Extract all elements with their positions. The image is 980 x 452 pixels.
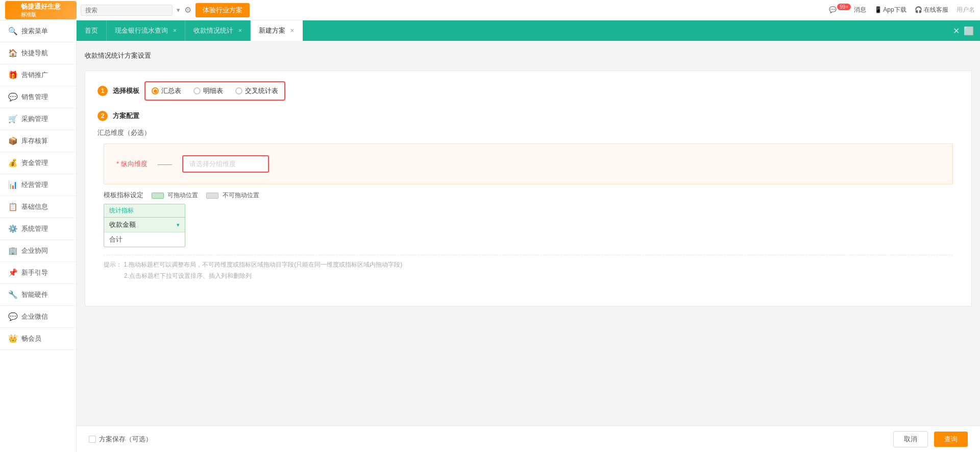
messages-label: 消息 [854, 6, 866, 13]
radio-summary[interactable]: 汇总表 [152, 86, 181, 96]
sidebar-item-inventory[interactable]: 📦 库存核算 [0, 130, 76, 152]
step2-header: 2 方案配置 [97, 111, 959, 121]
messages-badge: 99+ [837, 4, 851, 10]
guide-icon: 📌 [8, 268, 17, 277]
dropdown-icon[interactable]: ▾ [177, 6, 180, 14]
tab-new-scheme-close[interactable]: × [290, 27, 294, 34]
sidebar-item-label: 资金管理 [21, 158, 48, 168]
search-menu-icon: 🔍 [8, 27, 17, 36]
top-bar: 畅捷通好生意 标准版 ▾ ⚙ 体验行业方案 💬 99+ 消息 📱 App下载 🎧… [0, 0, 980, 20]
sales-icon: 💬 [8, 92, 17, 102]
tab-receipt-stats-label: 收款情况统计 [193, 26, 233, 35]
movable-indicator [152, 193, 164, 199]
hardware-icon: 🔧 [8, 290, 17, 299]
inventory-icon: 📦 [8, 136, 17, 146]
sidebar-item-hardware[interactable]: 🔧 智能硬件 [0, 284, 76, 306]
sidebar-item-quick-nav[interactable]: 🏠 快捷导航 [0, 42, 76, 64]
search-input[interactable] [81, 5, 173, 16]
immovable-indicator [206, 193, 218, 199]
user-info[interactable]: 用户名 [957, 6, 975, 14]
tab-new-scheme[interactable]: 新建方案 × [251, 20, 303, 41]
tab-bar-right: ✕ ⬜ [953, 26, 980, 36]
sidebar-item-label: 畅会员 [21, 334, 41, 343]
sidebar-item-finance[interactable]: 💰 资金管理 [0, 152, 76, 174]
messages-item[interactable]: 💬 99+ 消息 [829, 6, 866, 14]
tab-home[interactable]: 首页 [77, 20, 107, 41]
radio-cross[interactable]: 交叉统计表 [235, 86, 278, 96]
step2-badge: 2 [97, 111, 108, 121]
cancel-button[interactable]: 取消 [893, 431, 928, 447]
radio-summary-circle [152, 87, 159, 94]
page-content: 收款情况统计方案设置 1 选择模板 汇总表 [77, 41, 980, 425]
download-label: App下载 [883, 6, 906, 13]
save-scheme-checkbox-label[interactable]: 方案保存（可选） [89, 435, 152, 444]
service-label: 在线客服 [924, 6, 948, 13]
message-icon: 💬 [829, 6, 837, 13]
sidebar-item-label: 快捷导航 [21, 49, 48, 58]
tab-new-scheme-label: 新建方案 [259, 26, 285, 35]
service-item[interactable]: 🎧 在线客服 [915, 6, 948, 14]
metrics-settings-row: 模板指标设定 可拖动位置 不可拖动位置 [104, 191, 953, 200]
metrics-category-label: 统计指标 [104, 204, 185, 218]
dropdown-chevron[interactable]: ▾ [177, 222, 180, 228]
tip-line1: 提示： 1.拖动标题栏可以调整布局，不可跨维度或指标区域拖动目字段(只能在同一维… [104, 259, 953, 271]
save-scheme-checkbox[interactable] [89, 436, 96, 443]
sidebar-item-guide[interactable]: 📌 新手引导 [0, 262, 76, 284]
dimension-area: * 纵向维度 —— 请选择分组维度 [104, 144, 953, 184]
settings-icon[interactable]: ⚙ [184, 5, 191, 15]
finance-icon: 💰 [8, 158, 17, 168]
tab-bar: 首页 现金银行流水查询 × 收款情况统计 × 新建方案 × ✕ ⬜ [77, 20, 980, 41]
metrics-settings-label: 模板指标设定 [104, 191, 143, 199]
dimension-title-text: 汇总维度（必选） [97, 129, 151, 136]
content-area: 首页 现金银行流水查询 × 收款情况统计 × 新建方案 × ✕ ⬜ 收款情况统计… [77, 20, 980, 452]
query-button[interactable]: 查询 [934, 432, 968, 447]
purchase-icon: 🛒 [8, 114, 17, 124]
download-icon: 📱 [874, 6, 882, 13]
sidebar: 🔍 搜索菜单 🏠 快捷导航 🎁 营销推广 💬 销售管理 🛒 采购管理 📦 库存核… [0, 20, 77, 452]
close-window-icon[interactable]: ✕ [953, 26, 960, 36]
save-scheme-label: 方案保存（可选） [99, 435, 152, 444]
sidebar-item-purchase[interactable]: 🛒 采购管理 [0, 108, 76, 130]
sidebar-item-sys-mgmt[interactable]: ⚙️ 系统管理 [0, 218, 76, 240]
tab-receipt-stats-close[interactable]: × [238, 27, 242, 34]
metrics-table-wrapper: 统计指标 收款金额 ▾ 合计 [104, 204, 953, 249]
radio-cross-label: 交叉统计表 [245, 86, 278, 96]
trial-button[interactable]: 体验行业方案 [195, 3, 250, 17]
tab-cash-flow[interactable]: 现金银行流水查询 × [107, 20, 185, 41]
operations-icon: 📊 [8, 180, 17, 189]
service-icon: 🎧 [915, 6, 922, 13]
radio-detail[interactable]: 明细表 [193, 86, 223, 96]
basic-info-icon: 📋 [8, 202, 17, 211]
sidebar-item-label: 新手引导 [21, 268, 48, 277]
sidebar-item-marketing[interactable]: 🎁 营销推广 [0, 64, 76, 86]
tab-cash-flow-close[interactable]: × [173, 27, 177, 34]
step1-title: 选择模板 [113, 86, 139, 96]
sidebar-item-basic-info[interactable]: 📋 基础信息 [0, 196, 76, 218]
sidebar-item-wechat[interactable]: 💬 企业微信 [0, 306, 76, 328]
sidebar-item-corp[interactable]: 🏢 企业协同 [0, 240, 76, 262]
sidebar-item-label: 企业协同 [21, 246, 48, 255]
sidebar-item-operations[interactable]: 📊 经营管理 [0, 174, 76, 196]
metrics-table: 统计指标 收款金额 ▾ 合计 [104, 204, 185, 247]
step2-section: 2 方案配置 汇总维度（必选） * 纵向维度 —— 请选择分组维度 [97, 111, 959, 286]
maximize-icon[interactable]: ⬜ [964, 26, 974, 36]
sys-mgmt-icon: ⚙️ [8, 224, 17, 233]
sidebar-item-member[interactable]: 👑 畅会员 [0, 328, 76, 350]
download-item[interactable]: 📱 App下载 [874, 6, 906, 14]
step2-title: 方案配置 [113, 111, 139, 121]
tab-receipt-stats[interactable]: 收款情况统计 × [185, 20, 251, 41]
sidebar-item-sales[interactable]: 💬 销售管理 [0, 86, 76, 108]
step1-section: 1 选择模板 汇总表 明细表 [97, 81, 959, 101]
vertical-dim-label: * 纵向维度 [116, 159, 148, 169]
metrics-header-row: 收款金额 ▾ [104, 218, 185, 232]
sidebar-item-label: 经营管理 [21, 180, 48, 189]
sidebar-item-search-menu[interactable]: 🔍 搜索菜单 [0, 20, 76, 42]
sidebar-item-label: 销售管理 [21, 92, 48, 102]
bottom-bar: 方案保存（可选） 取消 查询 [77, 425, 980, 452]
main-layout: 🔍 搜索菜单 🏠 快捷导航 🎁 营销推广 💬 销售管理 🛒 采购管理 📦 库存核… [0, 20, 980, 452]
total-label: 合计 [109, 235, 122, 243]
column-header-text: 收款金额 [109, 220, 136, 229]
dimension-dropdown[interactable]: 请选择分组维度 [182, 155, 269, 173]
sidebar-item-label: 基础信息 [21, 202, 48, 211]
dimension-section-title: 汇总维度（必选） [97, 128, 959, 137]
